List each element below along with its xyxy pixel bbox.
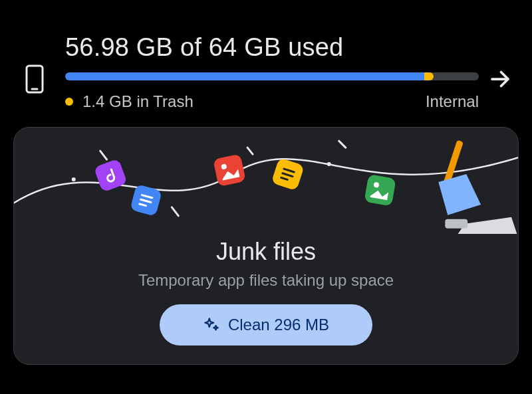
svg-rect-25	[445, 219, 467, 229]
arrow-right-icon[interactable]	[484, 67, 516, 91]
junk-files-card: Junk files Temporary app files taking up…	[13, 127, 519, 365]
svg-line-8	[172, 207, 178, 216]
storage-progress-used	[65, 72, 424, 80]
storage-summary[interactable]: 56.98 GB of 64 GB used 1.4 GB in Trash I…	[0, 0, 532, 111]
junk-files-title: Junk files	[14, 238, 518, 266]
trash-text: 1.4 GB in Trash	[82, 92, 194, 111]
phone-icon	[16, 64, 53, 94]
junk-files-illustration	[14, 128, 518, 234]
junk-files-subtitle: Temporary app files taking up space	[14, 271, 518, 290]
trash-indicator-dot-icon	[65, 98, 73, 106]
storage-used-text: 56.98 GB of 64 GB used	[65, 33, 479, 62]
svg-point-5	[327, 162, 331, 166]
broom-icon	[438, 140, 518, 234]
storage-details: 56.98 GB of 64 GB used 1.4 GB in Trash I…	[53, 33, 484, 111]
clean-button[interactable]: Clean 296 MB	[160, 304, 372, 345]
trash-info: 1.4 GB in Trash	[65, 92, 194, 111]
svg-rect-22	[364, 174, 396, 207]
svg-line-7	[100, 151, 107, 159]
svg-line-9	[247, 148, 253, 154]
svg-rect-16	[213, 153, 246, 187]
storage-progress-bar	[65, 72, 479, 80]
storage-progress-trash	[424, 72, 434, 80]
sparkle-icon	[203, 316, 220, 334]
storage-location: Internal	[426, 92, 479, 111]
svg-line-10	[339, 141, 346, 148]
svg-point-3	[72, 177, 76, 181]
clean-button-label: Clean 296 MB	[228, 316, 329, 334]
